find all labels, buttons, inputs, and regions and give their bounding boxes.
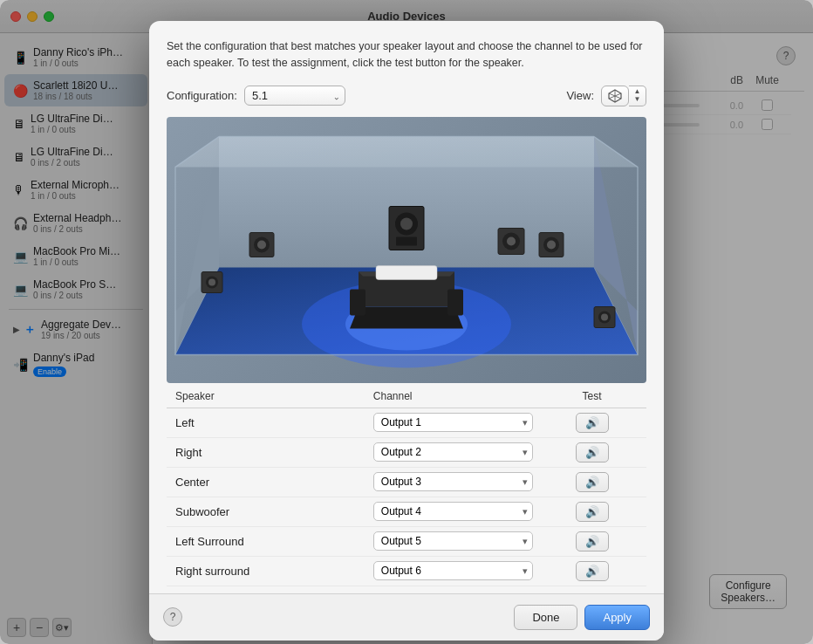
modal-help-button[interactable]: ? <box>163 607 182 627</box>
speaker-col-header: Speaker <box>167 383 365 408</box>
speaker-config-modal: Set the configuration that best matches … <box>149 21 664 641</box>
test-button-right[interactable]: 🔊 <box>576 442 609 462</box>
modal-description: Set the configuration that best matches … <box>167 38 646 72</box>
test-button-center[interactable]: 🔊 <box>576 472 609 492</box>
speaker-test-icon: 🔊 <box>585 446 599 459</box>
channel-cell: Output 1Output 2Output 3Output 4Output 5… <box>365 467 537 497</box>
test-cell: 🔊 <box>537 467 646 497</box>
speaker-channel-table: Speaker Channel Test LeftOutput 1Output … <box>167 383 646 586</box>
table-row: CenterOutput 1Output 2Output 3Output 4Ou… <box>167 467 646 497</box>
channel-select-wrapper: Output 1Output 2Output 3Output 4Output 5… <box>373 531 533 551</box>
view-stepper[interactable]: ▲ ▼ <box>629 86 646 106</box>
table-row: LeftOutput 1Output 2Output 3Output 4Outp… <box>167 408 646 437</box>
test-col-header: Test <box>537 383 646 408</box>
svg-rect-22 <box>396 236 417 245</box>
speaker-name: Left <box>167 408 365 437</box>
config-select-wrapper: Stereo Quadraphonic 5.1 7.1 <box>244 86 345 106</box>
channel-select-left-surround[interactable]: Output 1Output 2Output 3Output 4Output 5… <box>373 531 533 551</box>
svg-point-18 <box>601 313 608 320</box>
modal-footer: ? Done Apply <box>149 593 664 641</box>
modal-body: Set the configuration that best matches … <box>149 21 664 586</box>
apply-button[interactable]: Apply <box>584 605 650 630</box>
test-cell: 🔊 <box>537 526 646 556</box>
channel-cell: Output 1Output 2Output 3Output 4Output 5… <box>365 497 537 526</box>
table-row: Right surroundOutput 1Output 2Output 3Ou… <box>167 556 646 586</box>
speaker-test-icon: 🔊 <box>585 535 599 548</box>
channel-cell: Output 1Output 2Output 3Output 4Output 5… <box>365 526 537 556</box>
speaker-room-visualization <box>167 117 646 383</box>
modal-config-row: Configuration: Stereo Quadraphonic 5.1 7… <box>167 86 646 106</box>
channel-cell: Output 1Output 2Output 3Output 4Output 5… <box>365 437 537 467</box>
channel-select-wrapper: Output 1Output 2Output 3Output 4Output 5… <box>373 413 533 432</box>
configuration-select[interactable]: Stereo Quadraphonic 5.1 7.1 <box>244 86 345 106</box>
speaker-name: Left Surround <box>167 526 365 556</box>
speaker-test-icon: 🔊 <box>585 416 599 429</box>
modal-overlay: Set the configuration that best matches … <box>0 0 813 644</box>
speaker-test-icon: 🔊 <box>585 476 599 489</box>
table-row: Left SurroundOutput 1Output 2Output 3Out… <box>167 526 646 556</box>
channel-select-center[interactable]: Output 1Output 2Output 3Output 4Output 5… <box>373 472 533 491</box>
channel-select-wrapper: Output 1Output 2Output 3Output 4Output 5… <box>373 442 533 462</box>
speaker-test-icon: 🔊 <box>585 565 599 578</box>
speaker-test-icon: 🔊 <box>585 505 599 518</box>
speaker-name: Center <box>167 467 365 497</box>
test-cell: 🔊 <box>537 497 646 526</box>
channel-select-wrapper: Output 1Output 2Output 3Output 4Output 5… <box>373 502 533 521</box>
channel-col-header: Channel <box>365 383 537 408</box>
done-button[interactable]: Done <box>514 605 577 630</box>
table-row: RightOutput 1Output 2Output 3Output 4Out… <box>167 437 646 467</box>
svg-point-15 <box>208 278 215 285</box>
test-button-left[interactable]: 🔊 <box>576 413 609 433</box>
footer-buttons: Done Apply <box>514 605 650 630</box>
test-button-right-surround[interactable]: 🔊 <box>576 561 609 581</box>
channel-select-subwoofer[interactable]: Output 1Output 2Output 3Output 4Output 5… <box>373 502 533 521</box>
channel-select-wrapper: Output 1Output 2Output 3Output 4Output 5… <box>373 472 533 491</box>
speaker-name: Subwoofer <box>167 497 365 526</box>
svg-marker-26 <box>350 306 463 328</box>
table-row: SubwooferOutput 1Output 2Output 3Output … <box>167 497 646 526</box>
speaker-name: Right surround <box>167 556 365 586</box>
svg-marker-3 <box>175 136 638 167</box>
svg-rect-31 <box>376 265 437 279</box>
view-label: View: <box>566 89 594 102</box>
test-cell: 🔊 <box>537 437 646 467</box>
channel-select-wrapper: Output 1Output 2Output 3Output 4Output 5… <box>373 561 533 580</box>
view-3d-button[interactable] <box>601 86 629 106</box>
config-label: Configuration: <box>167 89 237 102</box>
test-cell: 🔊 <box>537 408 646 437</box>
svg-point-21 <box>400 217 413 230</box>
test-cell: 🔊 <box>537 556 646 586</box>
channel-select-left[interactable]: Output 1Output 2Output 3Output 4Output 5… <box>373 413 533 432</box>
svg-point-9 <box>257 240 266 249</box>
svg-point-12 <box>547 240 556 249</box>
channel-cell: Output 1Output 2Output 3Output 4Output 5… <box>365 556 537 586</box>
test-button-left-surround[interactable]: 🔊 <box>576 531 609 552</box>
channel-select-right[interactable]: Output 1Output 2Output 3Output 4Output 5… <box>373 442 533 462</box>
speaker-name: Right <box>167 437 365 467</box>
channel-select-right-surround[interactable]: Output 1Output 2Output 3Output 4Output 5… <box>373 561 533 580</box>
svg-rect-30 <box>447 289 463 315</box>
test-button-subwoofer[interactable]: 🔊 <box>576 502 609 522</box>
svg-point-25 <box>507 236 516 245</box>
channel-cell: Output 1Output 2Output 3Output 4Output 5… <box>365 408 537 437</box>
svg-rect-29 <box>350 289 366 315</box>
